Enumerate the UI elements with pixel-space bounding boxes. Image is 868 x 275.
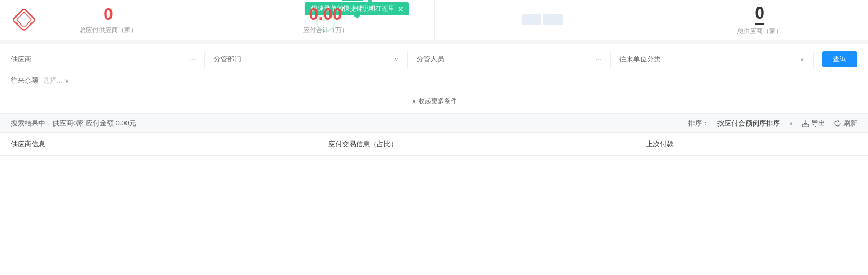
tooltip-close-btn[interactable]: × [399,5,403,13]
department-filter: 分管部门 ∨ [205,51,408,68]
search-button[interactable]: 查询 [822,51,857,67]
sort-chevron[interactable]: ∨ [788,120,793,127]
payable-suppliers-number: 0 [104,5,113,23]
result-actions: 排序： 按应付会额倒序排序 ∨ 导出 刷新 [688,119,857,128]
person-input[interactable] [448,56,595,64]
result-info: 搜索结果中，供应商0家 应付金额 0.00元 [11,119,136,128]
result-bar: 搜索结果中，供应商0家 应付金额 0.00元 排序： 按应付会额倒序排序 ∨ 导… [0,114,868,133]
supplier-dots[interactable]: ··· [190,55,196,64]
person-filter: 分管人员 ··· [408,51,611,68]
filter-area: 供应商 ··· 分管部门 ∨ 分管人员 ··· 往来单位分类 ∨ 查询 往来余额 [0,44,868,114]
balance-label: 往来余额 [11,76,38,85]
refresh-icon [834,120,841,127]
payable-total-number: 0.00 [309,5,342,23]
filter-row-1: 供应商 ··· 分管部门 ∨ 分管人员 ··· 往来单位分类 ∨ 查询 [11,51,857,68]
export-btn[interactable]: 导出 [802,119,825,128]
placeholder-stat [435,0,652,40]
collapse-label: 收起更多条件 [419,97,457,106]
total-suppliers-label: 总供应商（家） [737,27,782,36]
tooltip-wrapper: 快速录单的快捷键说明在这里 × [342,0,373,3]
sort-label: 排序： [688,119,709,128]
unit-label: 往来单位分类 [619,54,661,64]
balance-chevron[interactable]: ∨ [65,77,69,84]
refresh-label: 刷新 [843,119,857,128]
balance-placeholder: 选择... [43,76,62,85]
export-icon [802,120,809,127]
person-dots[interactable]: ··· [595,55,602,64]
payable-total-stat: 0.00 应付合计（万） 快速录单的快捷键说明在这里 × [217,0,435,40]
balance-filter: 往来余额 选择... ∨ [11,72,160,89]
unit-filter: 往来单位分类 ∨ [611,51,814,68]
tooltip-line [342,0,363,1]
col-transaction-info: 应付交易信息（占比） [328,139,646,149]
collapse-icon: ∧ [412,98,416,105]
collapse-bar[interactable]: ∧ 收起更多条件 [11,93,857,109]
department-chevron[interactable]: ∨ [394,56,399,63]
diamond-icon [11,6,37,33]
export-label: 导出 [811,119,825,128]
unit-input[interactable] [665,56,800,64]
unit-chevron[interactable]: ∨ [800,56,804,63]
col-supplier-info: 供应商信息 [11,139,328,149]
department-input[interactable] [246,56,394,64]
payable-suppliers-stat: 0 总应付供应商（家） [0,0,217,40]
table-header: 供应商信息 应付交易信息（占比） 上次付款 [0,133,868,156]
payable-suppliers-label: 总应付供应商（家） [80,26,137,35]
total-suppliers-stat: 0 总供应商（家） [651,0,868,40]
table-body [0,156,868,275]
supplier-filter: 供应商 ··· [11,51,205,68]
supplier-label: 供应商 [11,54,31,64]
refresh-btn[interactable]: 刷新 [834,119,857,128]
payable-total-label: 应付合计（万） [303,26,348,35]
sort-value[interactable]: 按应付会额倒序排序 [717,119,780,128]
balance-select-wrap[interactable]: 选择... ∨ [43,76,152,85]
supplier-input[interactable] [36,56,190,64]
total-suppliers-number: 0 [755,4,764,25]
department-label: 分管部门 [214,54,241,64]
svg-rect-0 [13,9,35,31]
col-last-payment: 上次付款 [646,139,858,149]
person-label: 分管人员 [416,54,444,64]
filter-row-2: 往来余额 选择... ∨ [11,72,857,89]
